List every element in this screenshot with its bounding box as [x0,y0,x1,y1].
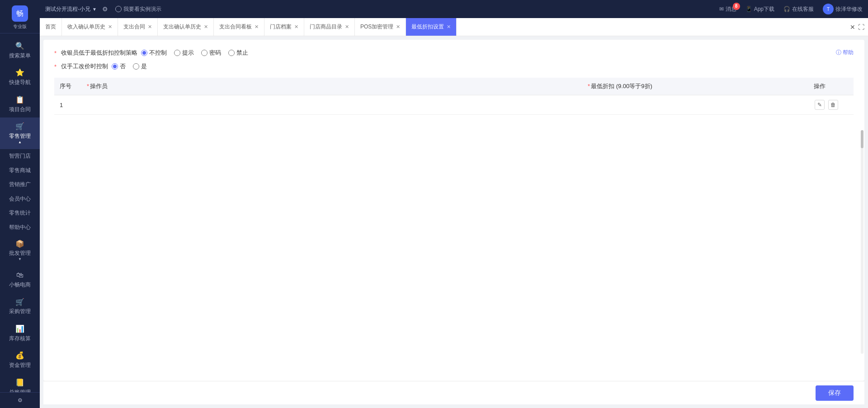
manual-price-label: 仅手工改价时控制 [61,62,108,70]
close-icon[interactable]: ✕ [148,24,152,29]
sidebar-item-search[interactable]: 🔍 搜索菜单 [0,37,40,64]
policy-password[interactable]: 密码 [201,49,221,57]
no-control-radio[interactable] [141,50,147,56]
forbid-label: 禁止 [236,49,248,57]
quicknav-icon: ⭐ [15,68,24,78]
tab-label: 最低折扣设置 [411,23,444,31]
forbid-radio[interactable] [228,50,235,56]
manual-yes[interactable]: 是 [133,62,147,70]
close-tab-btn[interactable]: ✕ [850,23,855,31]
save-button[interactable]: 保存 [816,385,854,401]
demo-label: 我要看实例演示 [123,5,161,13]
sidebar: 畅 专业版 🔍 搜索菜单 ⭐ 快捷导航 📋 项目合同 🛒 零售管理 ▲ 智营门店… [0,0,40,408]
cell-seq: 1 [54,95,81,115]
delete-row-btn[interactable]: 🗑 [828,100,838,110]
sidebar-item-help[interactable]: 帮助中心 [0,220,40,235]
close-icon[interactable]: ✕ [447,24,451,29]
inventory-icon: 📊 [15,324,24,334]
sidebar-item-ecommerce[interactable]: 🛍 小畅电商 [0,266,40,293]
tab-home[interactable]: 首页 [40,18,62,36]
settings-icon: ⚙ [18,397,23,403]
yes-label: 是 [141,62,147,70]
close-icon[interactable]: ✕ [255,24,259,29]
close-icon[interactable]: ✕ [204,24,208,29]
sidebar-item-inventory[interactable]: 📊 库存核算 [0,320,40,347]
close-icon[interactable]: ✕ [108,24,112,29]
cashier-policy-label: 收银员低于最低折扣控制策略 [61,49,137,57]
online-service-label: 在线客服 [792,5,814,13]
user-menu-btn[interactable]: T 徐泽华修改 [823,4,863,14]
sidebar-item-label: 营销推广 [9,181,31,188]
sidebar-item-ledger[interactable]: 📒 总账管理 [0,374,40,392]
sidebar-item-member[interactable]: 会员中心 [0,192,40,206]
ledger-icon: 📒 [15,378,24,388]
sidebar-item-contract[interactable]: 📋 项目合同 [0,91,40,117]
table-header-row: 序号 *操作员 *最低折扣 (9.00等于9折) 操作 [54,78,854,95]
ecommerce-icon: 🛍 [16,271,24,280]
demo-link[interactable]: 我要看实例演示 [115,5,161,13]
fullscreen-btn[interactable]: ⛶ [858,23,864,31]
sidebar-item-purchase[interactable]: 🛒 采购管理 [0,293,40,320]
table-actions: ✎ 🗑 [814,100,848,110]
project-name: 测试分开流程-小兄 [45,5,90,13]
app-logo-text: 专业版 [13,23,27,29]
sidebar-item-batch[interactable]: 📦 批发管理 ▼ [0,235,40,267]
vertical-scrollbar[interactable] [861,130,863,354]
tab-expense-history[interactable]: 支出确认单历史 ✕ [158,18,214,36]
topbar-settings-btn[interactable]: ⚙ [102,5,108,13]
policy-no-control[interactable]: 不控制 [141,49,167,57]
tab-label: 支出合同看板 [219,23,252,31]
sidebar-item-label: 库存核算 [9,335,31,342]
policy-forbid[interactable]: 禁止 [228,49,248,57]
content-area: ⓘ 帮助 * 收银员低于最低折扣控制策略 不控制 提示 [43,40,864,381]
notification-btn[interactable]: ✉ 消息 8 [719,5,736,13]
edit-row-btn[interactable]: ✎ [815,100,825,110]
tab-contract-board[interactable]: 支出合同看板 ✕ [214,18,264,36]
sidebar-item-label: 总账管理 [9,389,31,392]
manual-no[interactable]: 否 [112,62,126,70]
cell-operator [81,95,582,115]
sidebar-item-retail-mall[interactable]: 零售商城 [0,164,40,178]
tab-pos-password[interactable]: POS加密管理 ✕ [355,18,406,36]
app-download-btn[interactable]: 📱 App下载 [745,5,774,13]
tab-label: 支出合同 [123,23,145,31]
topbar: 测试分开流程-小兄 ▼ ⚙ 我要看实例演示 ✉ 消息 8 📱 App下载 🎧 在… [40,0,868,18]
tab-contract[interactable]: 支出合同 ✕ [118,18,158,36]
th-min-discount: *最低折扣 (9.00等于9折) [582,78,808,95]
tab-income-history[interactable]: 收入确认单历史 ✕ [62,18,118,36]
help-link[interactable]: ⓘ 帮助 [836,49,854,56]
remind-radio[interactable] [174,50,180,56]
no-control-label: 不控制 [149,49,167,57]
sidebar-item-quicknav[interactable]: ⭐ 快捷导航 [0,64,40,90]
sidebar-item-smart-store[interactable]: 智营门店 [0,149,40,164]
tab-store-archive[interactable]: 门店档案 ✕ [264,18,304,36]
manual-yes-radio[interactable] [133,63,139,70]
sidebar-item-label: 会员中心 [9,196,31,203]
finance-icon: 💰 [15,351,24,361]
sidebar-item-finance[interactable]: 💰 资金管理 [0,347,40,373]
demo-circle-icon [115,6,122,12]
help-icon: ⓘ [836,49,841,56]
settings-icon: ⚙ [102,5,108,13]
headset-icon: 🎧 [783,6,790,12]
password-radio[interactable] [201,50,208,56]
policy-remind[interactable]: 提示 [174,49,194,57]
close-icon[interactable]: ✕ [396,24,400,29]
sidebar-item-retail[interactable]: 🛒 零售管理 ▲ [0,117,40,149]
scrollbar-thumb [861,130,863,148]
sidebar-item-label: 零售管理 [9,133,31,140]
sidebar-item-label: 小畅电商 [9,281,31,289]
tabbar: 首页 收入确认单历史 ✕ 支出合同 ✕ 支出确认单历史 ✕ 支出合同看板 ✕ 门… [40,18,868,36]
close-icon[interactable]: ✕ [294,24,298,29]
online-service-btn[interactable]: 🎧 在线客服 [783,5,814,13]
sidebar-item-marketing[interactable]: 营销推广 [0,178,40,192]
sidebar-item-retail-stats[interactable]: 零售统计 [0,206,40,220]
tab-label: 首页 [45,23,56,31]
tab-store-products[interactable]: 门店商品目录 ✕ [304,18,355,36]
required-indicator: * [54,50,57,56]
tab-min-discount[interactable]: 最低折扣设置 ✕ [406,18,457,36]
close-icon[interactable]: ✕ [345,24,349,29]
sidebar-settings-btn[interactable]: ⚙ [0,392,40,408]
project-selector[interactable]: 测试分开流程-小兄 ▼ [45,5,97,13]
manual-no-radio[interactable] [112,63,118,70]
